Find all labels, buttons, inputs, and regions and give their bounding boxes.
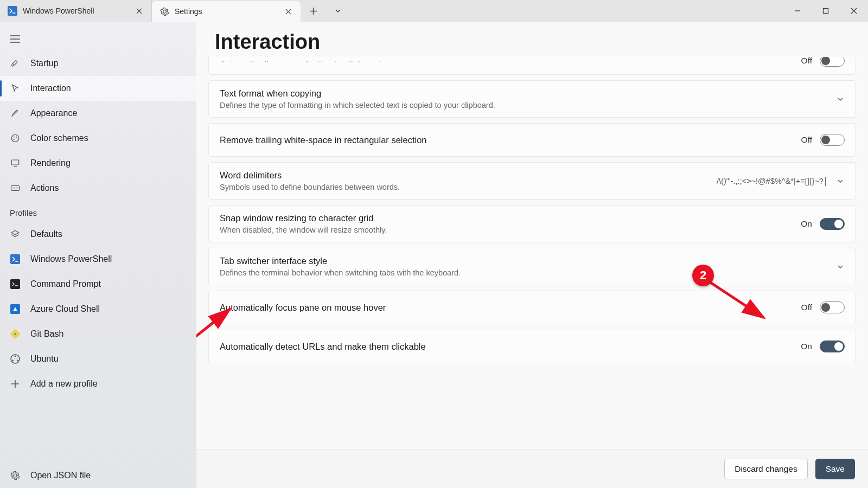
setting-desc: When disabled, the window will resize sm… [220,226,801,234]
content-pane: Interaction Automatically copy selection… [196,22,868,488]
setting-desc: Symbols used to define boundaries betwee… [220,183,717,191]
sidebar-profile-azure[interactable]: Azure Cloud Shell [0,297,196,322]
palette-icon [10,133,21,144]
footer: Discard changes Save [196,449,868,488]
save-button[interactable]: Save [815,459,855,479]
powershell-icon [10,254,21,265]
hamburger-button[interactable] [2,27,28,51]
setting-word-delimiters[interactable]: Word delimiters Symbols used to define b… [208,162,856,200]
tab-settings[interactable]: Settings [152,1,301,22]
layers-icon [10,229,21,240]
sidebar-item-appearance[interactable]: Appearance [0,101,196,126]
sidebar-item-label: Command Prompt [30,279,101,289]
sidebar-item-label: Azure Cloud Shell [30,304,100,314]
sidebar-item-label: Startup [30,59,59,68]
gear-icon [10,470,21,481]
sidebar-item-label: Rendering [30,158,71,168]
setting-title: Automatically copy selection to clipboar… [220,59,801,62]
window-controls [783,0,868,22]
svg-point-2 [11,134,19,142]
svg-line-18 [710,282,764,318]
svg-rect-9 [10,279,20,289]
page-title: Interaction [196,22,868,57]
sidebar-add-profile[interactable]: Add a new profile [0,371,196,396]
sidebar-profile-ubuntu[interactable]: Ubuntu [0,346,196,371]
keyboard-icon [10,183,21,194]
setting-title: Remove trailing white-space in rectangul… [220,135,801,145]
svg-rect-6 [11,160,19,165]
annotation-arrow-1 [196,304,241,358]
svg-point-4 [16,137,17,138]
new-tab-button[interactable] [301,0,326,22]
chevron-down-icon [836,177,845,185]
svg-line-17 [196,309,230,352]
svg-rect-7 [11,186,20,191]
sidebar-item-label: Git Bash [30,329,63,339]
close-icon[interactable] [283,7,293,16]
toggle-remove-whitespace[interactable] [820,134,845,146]
sidebar-profile-cmd[interactable]: Command Prompt [0,272,196,297]
sidebar-item-label: Defaults [30,229,62,239]
sidebar-open-json[interactable]: Open JSON file [0,463,196,488]
gitbash-icon [10,329,21,339]
brush-icon [10,108,21,119]
toggle-focus-hover[interactable] [820,301,845,313]
ubuntu-icon [10,354,21,364]
sidebar-profile-gitbash[interactable]: Git Bash [0,322,196,346]
settings-scroll[interactable]: Automatically copy selection to clipboar… [196,57,868,449]
discard-button[interactable]: Discard changes [724,459,807,479]
close-window-button[interactable] [840,0,868,22]
annotation-arrow-2 [704,275,775,324]
gear-icon [159,7,169,16]
setting-desc: Defines the type of formatting in which … [220,101,836,110]
sidebar-item-label: Add a new profile [30,379,98,389]
close-icon[interactable] [134,6,144,16]
svg-point-14 [15,356,16,357]
setting-detect-urls[interactable]: Automatically detect URLs and make them … [208,330,856,363]
svg-point-5 [14,139,15,140]
tab-label: Settings [175,7,202,16]
monitor-icon [10,158,21,169]
tab-dropdown-button[interactable] [326,0,350,22]
setting-title: Snap window resizing to character grid [220,213,801,223]
sidebar-item-interaction[interactable]: Interaction [0,76,196,101]
sidebar-item-label: Windows PowerShell [30,254,112,264]
titlebar: Windows PowerShell Settings [0,0,868,22]
sidebar-item-startup[interactable]: Startup [0,51,196,76]
sidebar-item-label: Actions [30,183,59,193]
sidebar-item-actions[interactable]: Actions [0,176,196,201]
plus-icon [10,378,21,389]
powershell-icon [8,6,17,16]
toggle-detect-urls[interactable] [820,341,845,352]
sidebar-item-label: Color schemes [30,133,88,143]
sidebar-item-label: Open JSON file [30,471,91,480]
svg-rect-1 [824,9,828,14]
tab-label: Windows PowerShell [23,7,94,15]
profiles-section-label: Profiles [0,201,196,222]
setting-snap-grid[interactable]: Snap window resizing to character grid W… [208,205,856,242]
toggle-state: Off [801,135,812,145]
sidebar-profile-defaults[interactable]: Defaults [0,222,196,247]
annotation-badge-2: 2 [692,265,714,286]
sidebar-item-color-schemes[interactable]: Color schemes [0,126,196,151]
sidebar-item-rendering[interactable]: Rendering [0,151,196,176]
toggle-state: On [801,342,812,351]
setting-title: Automatically detect URLs and make them … [220,342,801,352]
sidebar-item-label: Interaction [30,84,71,93]
setting-title: Text format when copying [220,88,836,99]
maximize-button[interactable] [812,0,840,22]
sidebar-item-label: Appearance [30,108,77,118]
setting-text-format[interactable]: Text format when copying Defines the typ… [208,80,856,118]
sidebar-profile-powershell[interactable]: Windows PowerShell [0,247,196,272]
toggle-auto-copy[interactable] [820,57,845,67]
tab-powershell[interactable]: Windows PowerShell [0,0,152,22]
toggle-snap-grid[interactable] [820,218,845,230]
svg-point-3 [14,137,15,138]
svg-point-12 [14,333,16,335]
setting-auto-copy[interactable]: Automatically copy selection to clipboar… [208,57,856,75]
cmd-icon [10,279,21,290]
setting-title: Tab switcher interface style [220,256,836,266]
minimize-button[interactable] [783,0,812,22]
setting-remove-whitespace[interactable]: Remove trailing white-space in rectangul… [208,123,856,157]
cursor-icon [10,83,21,94]
